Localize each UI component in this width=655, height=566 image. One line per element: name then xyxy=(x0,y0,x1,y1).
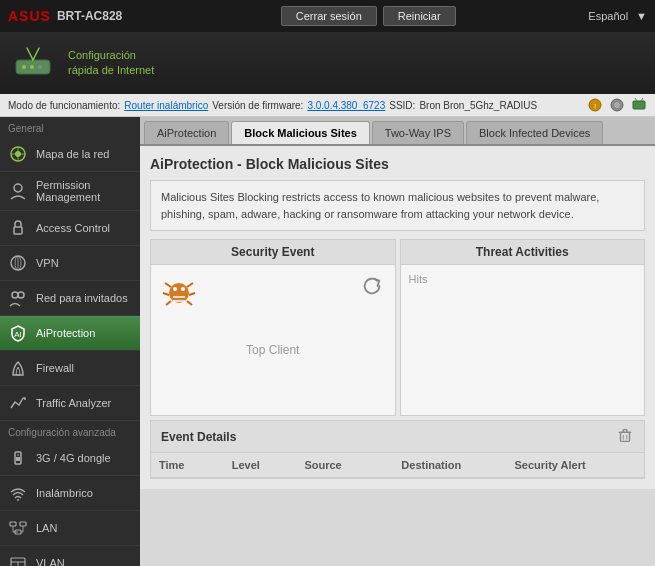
firewall-icon xyxy=(8,358,28,378)
sidebar-item-red-invitados[interactable]: Red para invitados xyxy=(0,281,140,316)
wireless-icon xyxy=(8,483,28,503)
sidebar-item-mapa-red[interactable]: Mapa de la red xyxy=(0,137,140,172)
tab-block-infected[interactable]: Block Infected Devices xyxy=(466,121,603,144)
svg-text:!: ! xyxy=(594,102,596,111)
refresh-icon[interactable] xyxy=(361,275,385,299)
threat-activities-header: Threat Activities xyxy=(401,240,645,265)
col-security-alert: Security Alert xyxy=(507,457,644,473)
top-bar-buttons: Cerrar sesión Reiniciar xyxy=(148,6,588,26)
vlan-icon xyxy=(8,553,28,566)
svg-line-43 xyxy=(187,283,193,287)
svg-rect-29 xyxy=(10,522,16,526)
main-layout: General Mapa de la red Permission Manage… xyxy=(0,117,655,566)
svg-point-2 xyxy=(30,65,34,69)
svg-rect-10 xyxy=(633,101,645,109)
network-map-icon xyxy=(8,144,28,164)
svg-line-47 xyxy=(187,301,192,305)
svg-line-5 xyxy=(33,48,39,60)
sidebar-label-vlan: VLAN xyxy=(36,557,65,566)
svg-point-28 xyxy=(17,499,19,501)
asus-logo: ASUS xyxy=(8,8,51,24)
description-box: Malicious Sites Blocking restricts acces… xyxy=(150,180,645,231)
sidebar-label-mapa-red: Mapa de la red xyxy=(36,148,109,160)
router-icon xyxy=(12,42,54,84)
bug-icon xyxy=(161,275,197,311)
sidebar-item-3g-dongle[interactable]: 3G / 4G dongle xyxy=(0,441,140,476)
logout-button[interactable]: Cerrar sesión xyxy=(281,6,377,26)
firmware-link[interactable]: 3.0.0.4.380_6723 xyxy=(307,100,385,111)
info-bar: Modo de funcionamiento: Router inalámbri… xyxy=(0,94,655,117)
sidebar-item-firewall[interactable]: Firewall xyxy=(0,351,140,386)
language-label: Español xyxy=(588,10,628,22)
sidebar-item-permission[interactable]: Permission Management xyxy=(0,172,140,211)
tab-two-way-ips[interactable]: Two-Way IPS xyxy=(372,121,464,144)
tab-aiprotection[interactable]: AiProtection xyxy=(144,121,229,144)
led-icon-2 xyxy=(609,97,625,113)
mode-label: Modo de funcionamiento: xyxy=(8,100,120,111)
sidebar-label-red-invitados: Red para invitados xyxy=(36,292,128,304)
svg-point-22 xyxy=(12,292,18,298)
svg-line-4 xyxy=(27,48,33,60)
col-source: Source xyxy=(296,457,393,473)
ssid-label: SSID: xyxy=(389,100,415,111)
sidebar-item-vlan[interactable]: VLAN xyxy=(0,546,140,566)
info-icons: ! xyxy=(587,97,647,113)
security-event-body: Top Client xyxy=(151,265,395,415)
svg-point-41 xyxy=(181,287,185,291)
restart-button[interactable]: Reiniciar xyxy=(383,6,456,26)
header-band: Configuraciónrápida de Internet xyxy=(0,32,655,94)
page-title: AiProtection - Block Malicious Sites xyxy=(150,156,645,172)
top-bar: ASUS BRT-AC828 Cerrar sesión Reiniciar E… xyxy=(0,0,655,32)
sidebar: General Mapa de la red Permission Manage… xyxy=(0,117,140,566)
chevron-down-icon: ▼ xyxy=(636,10,647,22)
content-inner: AiProtection - Block Malicious Sites Mal… xyxy=(140,146,655,489)
trash-icon[interactable] xyxy=(616,426,634,447)
sidebar-section-general: General xyxy=(0,117,140,137)
led-icon-3 xyxy=(631,97,647,113)
svg-point-1 xyxy=(22,65,26,69)
logo-area: ASUS BRT-AC828 xyxy=(8,8,148,24)
sidebar-item-lan[interactable]: LAN xyxy=(0,511,140,546)
header-title: Configuraciónrápida de Internet xyxy=(68,48,154,79)
svg-point-17 xyxy=(14,184,22,192)
model-name: BRT-AC828 xyxy=(57,9,122,23)
svg-line-44 xyxy=(163,293,169,295)
sidebar-item-inalambrico[interactable]: Inalámbrico xyxy=(0,476,140,511)
col-time: Time xyxy=(151,457,224,473)
col-destination: Destination xyxy=(393,457,506,473)
sidebar-label-inalambrico: Inalámbrico xyxy=(36,487,93,499)
sidebar-label-traffic-analyzer: Traffic Analyzer xyxy=(36,397,111,409)
sidebar-item-vpn[interactable]: VPN xyxy=(0,246,140,281)
sidebar-item-access-control[interactable]: Access Control xyxy=(0,211,140,246)
content-area: AiProtection Block Malicious Sites Two-W… xyxy=(140,117,655,566)
router-icon-area xyxy=(8,38,58,88)
sidebar-label-access-control: Access Control xyxy=(36,222,110,234)
sidebar-item-traffic-analyzer[interactable]: Traffic Analyzer xyxy=(0,386,140,421)
firmware-label: Versión de firmware: xyxy=(212,100,303,111)
traffic-analyzer-icon xyxy=(8,393,28,413)
sidebar-label-firewall: Firewall xyxy=(36,362,74,374)
svg-line-42 xyxy=(165,283,171,287)
event-details-header: Event Details xyxy=(151,421,644,453)
svg-rect-18 xyxy=(14,227,22,234)
security-event-panel: Security Event xyxy=(150,239,396,416)
panels-row: Security Event xyxy=(150,239,645,416)
col-level: Level xyxy=(224,457,297,473)
svg-rect-27 xyxy=(16,457,20,461)
event-table-header: Time Level Source Destination Security A… xyxy=(151,453,644,478)
svg-text:AI: AI xyxy=(14,330,22,339)
led-icon-1: ! xyxy=(587,97,603,113)
svg-point-40 xyxy=(173,287,177,291)
hits-label: Hits xyxy=(409,273,428,285)
sidebar-label-vpn: VPN xyxy=(36,257,59,269)
sidebar-label-3g-dongle: 3G / 4G dongle xyxy=(36,452,111,464)
tabs-bar: AiProtection Block Malicious Sites Two-W… xyxy=(140,117,655,146)
svg-point-9 xyxy=(614,102,620,108)
svg-rect-30 xyxy=(20,522,26,526)
security-event-header: Security Event xyxy=(151,240,395,265)
mode-link[interactable]: Router inalámbrico xyxy=(124,100,208,111)
threat-activities-body: Hits xyxy=(401,265,645,415)
tab-block-malicious[interactable]: Block Malicious Sites xyxy=(231,121,369,144)
sidebar-item-aiprotection[interactable]: AI AiProtection xyxy=(0,316,140,351)
event-details-title: Event Details xyxy=(161,430,236,444)
